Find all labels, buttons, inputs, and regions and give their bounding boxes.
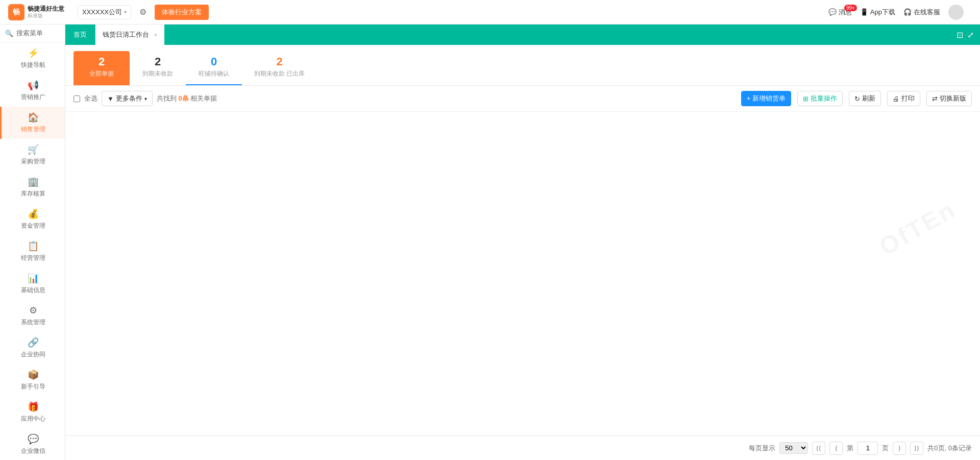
sidebar-item-operations[interactable]: 📋 经营管理 xyxy=(0,235,65,268)
download-icon: 📱 xyxy=(860,8,868,16)
lightning-icon: ⚡ xyxy=(28,47,39,59)
headset-icon: 🎧 xyxy=(903,8,912,16)
last-page-button[interactable]: ⟩⟩ xyxy=(910,442,923,455)
tab-active[interactable]: 钱货日清工作台 × xyxy=(95,25,164,45)
sidebar-item-base-info[interactable]: 📊 基础信息 xyxy=(0,268,65,300)
header: 畅 畅捷通好生意 标准版 XXXXXX公司 ▾ ⚙ 体验行业方案 💬 消息 99… xyxy=(0,0,980,25)
toolbar: 全选 ▼ 更多条件 ▾ 共找到 0条 相关单据 + 新增销货单 ⊞ 批量操作 xyxy=(65,86,980,112)
stat-tab-pending[interactable]: 0 旺辅待确认 xyxy=(186,51,242,85)
main-content: 2 全部单据 2 到期未收款 0 旺辅待确认 2 到期未收款 已出库 全选 xyxy=(65,45,980,460)
sidebar-item-finance[interactable]: 💰 资金管理 xyxy=(0,203,65,235)
sidebar-item-purchase[interactable]: 🛒 采购管理 xyxy=(0,139,65,171)
total-info: 共0页, 0条记录 xyxy=(927,444,972,453)
toolbar-right: + 新增销货单 ⊞ 批量操作 ↻ 刷新 🖨 打印 ⇄ 切换新版 xyxy=(741,91,972,106)
building-icon: 🏢 xyxy=(28,176,39,187)
logo-icon: 畅 xyxy=(8,4,24,20)
online-service-button[interactable]: 🎧 在线客服 xyxy=(903,8,940,17)
sidebar-item-wechat[interactable]: 💬 企业微信 xyxy=(0,428,65,460)
stat-tab-overdue[interactable]: 2 到期未收款 xyxy=(130,51,186,85)
stats-tabs: 2 全部单据 2 到期未收款 0 旺辅待确认 2 到期未收款 已出库 xyxy=(65,45,980,86)
sidebar: 🔍 搜索菜单 ⚡ 快捷导航 📢 营销推广 🏠 销售管理 🛒 采购管理 🏢 库存核… xyxy=(0,25,65,460)
clipboard-icon: 📋 xyxy=(28,240,39,252)
sidebar-search[interactable]: 🔍 搜索菜单 xyxy=(0,25,65,42)
bag-icon: 🛒 xyxy=(28,144,39,155)
sidebar-item-app-center[interactable]: 🎁 应用中心 xyxy=(0,396,65,428)
watermark: OfTEn xyxy=(874,195,961,261)
tab-minimize-icon[interactable]: ⊡ xyxy=(957,30,963,40)
guide-icon: 📦 xyxy=(28,369,39,380)
refresh-button[interactable]: ↻ 刷新 xyxy=(849,91,881,106)
page-content: 2 全部单据 2 到期未收款 0 旺辅待确认 2 到期未收款 已出库 全选 xyxy=(65,45,980,460)
gear-icon: ⚙ xyxy=(29,305,37,316)
sidebar-item-system[interactable]: ⚙ 系统管理 xyxy=(0,300,65,332)
filter-icon: ▼ xyxy=(107,95,114,103)
page-label: 第 xyxy=(847,444,853,453)
page-label-suffix: 页 xyxy=(882,444,889,453)
found-count: 0条 xyxy=(179,94,189,102)
tab-home[interactable]: 首页 xyxy=(65,25,95,45)
refresh-icon: ↻ xyxy=(854,95,860,103)
print-button[interactable]: 🖨 打印 xyxy=(887,91,920,106)
bell-icon: 💬 xyxy=(828,8,837,16)
link-icon: 🔗 xyxy=(28,337,39,348)
logo-text: 畅捷通好生意 标准版 xyxy=(28,5,64,18)
print-icon: 🖨 xyxy=(893,95,899,103)
header-right: 💬 消息 99+ 📱 App下载 🎧 在线客服 xyxy=(828,5,972,20)
add-sales-order-button[interactable]: + 新增销货单 xyxy=(741,91,791,106)
toolbar-left: 全选 ▼ 更多条件 ▾ 共找到 0条 相关单据 xyxy=(74,91,737,106)
sidebar-item-quick-nav[interactable]: ⚡ 快捷导航 xyxy=(0,42,65,75)
sidebar-item-cooperation[interactable]: 🔗 企业协同 xyxy=(0,332,65,364)
page-input[interactable]: 1 xyxy=(857,442,878,455)
found-text: 共找到 0条 相关单据 xyxy=(157,94,217,103)
batch-operation-button[interactable]: ⊞ 批量操作 xyxy=(797,91,843,106)
chevron-icon: ▾ xyxy=(144,96,147,102)
wechat-icon: 💬 xyxy=(28,433,39,445)
tab-expand-icon[interactable]: ⤢ xyxy=(967,30,974,40)
chevron-down-icon: ▾ xyxy=(124,9,127,15)
gift-icon: 🎁 xyxy=(28,401,39,413)
tab-bar-actions: ⊡ ⤢ xyxy=(957,30,980,40)
select-all-checkbox[interactable] xyxy=(74,95,80,102)
settings-icon[interactable]: ⚙ xyxy=(135,5,151,20)
company-selector[interactable]: XXXXXX公司 ▾ xyxy=(78,5,131,19)
app-logo: 畅 畅捷通好生意 标准版 xyxy=(8,4,74,20)
per-page-label: 每页显示 xyxy=(749,444,775,453)
search-icon: 🔍 xyxy=(5,30,13,37)
table-area: OfTEn xyxy=(65,112,980,435)
database-icon: 📊 xyxy=(28,273,39,284)
home-icon: 🏠 xyxy=(28,112,39,123)
per-page-select[interactable]: 20 50 100 xyxy=(779,442,808,454)
switch-icon: ⇄ xyxy=(932,95,938,103)
switch-version-button[interactable]: ⇄ 切换新版 xyxy=(926,91,972,106)
prev-page-button[interactable]: ⟨ xyxy=(829,442,843,455)
avatar[interactable] xyxy=(948,5,964,20)
sidebar-item-marketing[interactable]: 📢 营销推广 xyxy=(0,75,65,107)
megaphone-icon: 📢 xyxy=(28,80,39,91)
stat-tab-all[interactable]: 2 全部单据 xyxy=(74,51,130,85)
next-page-button[interactable]: ⟩ xyxy=(893,442,906,455)
money-icon: 💰 xyxy=(28,208,39,220)
select-all-label: 全选 xyxy=(84,94,97,103)
pagination: 每页显示 20 50 100 ⟨⟨ ⟨ 第 1 页 ⟩ ⟩⟩ 共0页, 0条记录 xyxy=(65,435,980,460)
sidebar-item-sales[interactable]: 🏠 销售管理 xyxy=(0,107,65,139)
filter-button[interactable]: ▼ 更多条件 ▾ xyxy=(102,91,153,106)
batch-icon: ⊞ xyxy=(803,95,808,103)
sidebar-item-inventory[interactable]: 🏢 库存核算 xyxy=(0,171,65,203)
stat-tab-out[interactable]: 2 到期未收款 已出库 xyxy=(242,51,317,85)
sidebar-item-guide[interactable]: 📦 新手引导 xyxy=(0,364,65,396)
message-button[interactable]: 💬 消息 99+ xyxy=(828,8,852,17)
first-page-button[interactable]: ⟨⟨ xyxy=(812,442,825,455)
message-badge: 99+ xyxy=(844,5,857,11)
app-download-button[interactable]: 📱 App下载 xyxy=(860,8,895,17)
experience-button[interactable]: 体验行业方案 xyxy=(155,5,209,20)
tab-bar: 首页 钱货日清工作台 × ⊡ ⤢ xyxy=(65,25,980,45)
tab-close-icon[interactable]: × xyxy=(154,32,157,38)
